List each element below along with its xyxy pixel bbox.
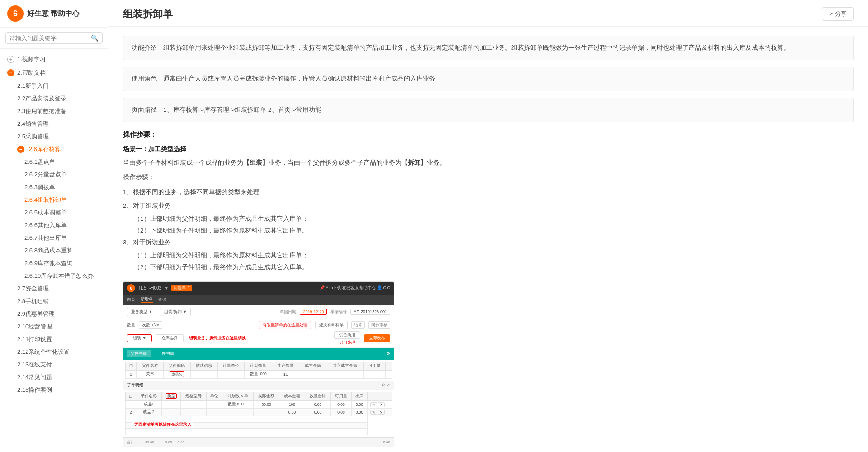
intro-text: 功能介绍：组装拆卸单用来处理企业组装或拆卸等加工业务，支持有固定装配清单的产品加… (132, 44, 790, 51)
mock-sub-th-cost2: 数量合计 (305, 392, 330, 400)
sidebar-item-videos[interactable]: + 1.视频学习 (0, 52, 108, 66)
mock-total-amount2: 0.00 (165, 440, 172, 444)
mock-row-del[interactable]: ✕ (378, 402, 385, 407)
mock-sub-th-more (368, 392, 392, 400)
mock-date-label: 单据日期 (280, 309, 296, 315)
mock-sub-label: 子件明细 (127, 382, 143, 388)
nav-tree: + 1.视频学习 − 2.帮助文档 2.1新手入门 2.2产品安装及登录 2.3… (0, 49, 108, 452)
mock-nav-query[interactable]: 查询 (158, 297, 166, 303)
assemble-step-2: （2）下部明细为子件明细，最终作为原材料生成其它出库单。 (134, 225, 854, 237)
mock-btn-type[interactable]: 组装/拆卸 ▼ (160, 308, 191, 316)
mock-tab-sub[interactable]: 子件明细 (154, 350, 178, 357)
disassemble-step-2: （2）下部明细为子件明细，最终作为产成品生成其它入库单。 (134, 262, 854, 273)
sidebar-item-28[interactable]: 2.8手机旺铺 (0, 295, 108, 308)
mock-btn-save[interactable]: 业务类型 ▼ (127, 308, 156, 316)
mock-th-name: 父件名称 (137, 362, 164, 370)
disassemble-step-1: （1）上部明细为父件明细，最终作为原材料生成其它出库单； (134, 250, 854, 262)
mock-tab-parent[interactable]: 父件明细 (127, 350, 151, 357)
annotation-type-label: 组装业务、拆卸业务在这里切换 (189, 335, 246, 341)
sidebar-item-214[interactable]: 2.14常见问题 (0, 371, 108, 384)
share-button[interactable]: ↗ 分享 (822, 7, 854, 21)
assemble-step-1: （1）上部明细为父件明细，最终作为产成品生成其它入库单； (134, 213, 854, 225)
mock-th-prod: 生产数量 (272, 362, 299, 370)
mock-code-highlight: 成品名 (170, 371, 184, 377)
logo-area: 6 好生意 帮助中心 (0, 0, 108, 28)
mock-nav-new[interactable]: 新增单 (141, 296, 153, 303)
search-input[interactable] (9, 35, 91, 42)
sidebar-item-213[interactable]: 2.13在线支付 (0, 358, 108, 371)
sidebar-item-267[interactable]: 2.6.7其他出库单 (0, 232, 108, 244)
sidebar-item-269[interactable]: 2.6.9库存账本查询 (0, 257, 108, 270)
mock-toolbar: 业务类型 ▼ 组装/拆卸 ▼ 单据日期 2019-12-20 单据编号 AD-2… (123, 305, 394, 319)
sidebar-item-24[interactable]: 2.4销售管理 (0, 118, 108, 130)
mock-td-avail (363, 370, 385, 378)
sidebar: 6 好生意 帮助中心 🔍 + 1.视频学习 − 2.帮助文档 2.1新手入门 2… (0, 0, 108, 452)
mock-stock-select[interactable]: 仓库选择 (156, 334, 184, 342)
mock-dropdown: ▼ (164, 285, 169, 290)
mock-annotation-row: 数量 次数 1/26 有装配清单的在这里处理 还没有叫料单 结算 同步审核 组装… (123, 319, 394, 348)
sidebar-item-23[interactable]: 2.3使用前数据准备 (0, 105, 108, 118)
mock-action1[interactable]: 结算 (351, 321, 365, 329)
sidebar-item-22[interactable]: 2.2产品安装及登录 (0, 92, 108, 105)
mock-sub-th-type: 类型 (161, 392, 180, 400)
sidebar-item-263[interactable]: 2.6.3调拨单 (0, 181, 108, 194)
sidebar-item-265[interactable]: 2.6.5成本调整单 (0, 206, 108, 219)
sidebar-item-266[interactable]: 2.6.6其他入库单 (0, 219, 108, 232)
annotation-has-bom: 有装配清单的在这里处理 (259, 321, 311, 329)
sidebar-item-210[interactable]: 2.10经营管理 (0, 320, 108, 333)
mock-action2[interactable]: 同步审核 (368, 321, 390, 329)
sidebar-item-27[interactable]: 2.7资金管理 (0, 282, 108, 295)
top-bar: 组装拆卸单 ↗ 分享 (108, 0, 868, 27)
mock-bom-btn[interactable]: 还没有叫料单 (315, 321, 348, 329)
mock-sub-th-seq: ☐ (126, 392, 136, 400)
sidebar-item-261[interactable]: 2.6.1盘点单 (0, 156, 108, 168)
sidebar-item-29[interactable]: 2.9优惠券管理 (0, 308, 108, 320)
mock-th-othercost: 其它成本金额 (326, 362, 363, 370)
mock-td-othercost (326, 370, 363, 378)
mock-section-header: 父件明细 子件明细 ⚙ (123, 348, 394, 360)
sidebar-item-25[interactable]: 2.5采购管理 (0, 130, 108, 143)
mock-row-del2[interactable]: ✕ (378, 410, 385, 415)
mock-sub-th-avail: 可用量 (330, 392, 351, 400)
mock-sub-icons: ⚙ ↗ (382, 383, 390, 387)
search-input-wrap[interactable]: 🔍 (5, 32, 103, 44)
mock-type-select[interactable]: 组装 ▼ (127, 334, 152, 342)
mock-lower-table: ☐ 子件名称 类型 规格型号 单位 计划数 × 单 实际金额 成本金额 (125, 392, 392, 436)
sidebar-item-268[interactable]: 2.6.8商品成本重算 (0, 244, 108, 257)
mock-total-label: 合计 (127, 440, 134, 445)
mock-td-prod: 11 (272, 370, 299, 378)
mock-td-plan: 数量1000 (245, 370, 272, 378)
mock-icons-area: 📌 App下载 在线客服 帮助中心 👤 C C (320, 285, 390, 291)
sidebar-item-212[interactable]: 2.12系统个性化设置 (0, 346, 108, 358)
mock-th-actions (385, 362, 392, 370)
sidebar-item-264[interactable]: 2.6.4组装拆卸单 (0, 194, 108, 206)
sidebar-item-26[interactable]: − 2.6库存核算 (0, 143, 108, 156)
main-content: 组装拆卸单 ↗ 分享 功能介绍：组装拆卸单用来处理企业组装或拆卸等加工业务，支持… (108, 0, 868, 452)
sidebar-item-215[interactable]: 2.15操作案例 (0, 384, 108, 396)
ops-title: 操作步骤： (123, 130, 854, 139)
logo-text: 好生意 帮助中心 (27, 9, 80, 19)
sidebar-item-2610[interactable]: 2.6.10库存账本错了怎么办 (0, 270, 108, 282)
mock-nav-home[interactable]: 自页 (127, 297, 135, 303)
step-2: 2、对于组装业务 (123, 200, 854, 212)
sidebar-item-262[interactable]: 2.6.2分量盘点单 (0, 168, 108, 181)
table-row (126, 429, 392, 435)
sidebar-item-211[interactable]: 2.11打印设置 (0, 333, 108, 346)
mock-qty-input: 次数 1/26 (139, 321, 162, 329)
search-icon[interactable]: 🔍 (91, 34, 99, 42)
annotation-no-bom: 无固定清单可以随便在这里录入 (132, 421, 193, 428)
mock-confirm-btn[interactable]: 立即发布 (364, 334, 390, 342)
mock-sub-th-code: 规格型号 (181, 392, 207, 400)
mock-th-seq: ☐ (126, 362, 137, 370)
mock-topbar: 6 TEST-H002 ▼ 问题单-F 📌 App下载 在线客服 帮助中心 👤 … (123, 282, 394, 295)
mock-td-action (385, 370, 392, 378)
mock-row-edit[interactable]: ✎ (370, 402, 377, 407)
mock-th-plan: 计划数量 (245, 362, 272, 370)
step-1: 1、根据不同的业务，选择不同单据的类型来处理 (123, 186, 854, 198)
content-area: 功能介绍：组装拆卸单用来处理企业组装或拆卸等加工业务，支持有固定装配清单的产品加… (108, 27, 868, 452)
role-text: 使用角色：通常由生产人员或库管人员完成拆装业务的操作，库管人员确认原材料的出库和… (132, 75, 435, 82)
mock-row-edit2[interactable]: ✎ (370, 410, 377, 415)
sidebar-item-docs[interactable]: − 2.帮助文档 (0, 66, 108, 80)
expand-icon-docs: − (7, 69, 14, 76)
sidebar-item-21[interactable]: 2.1新手入门 (0, 80, 108, 92)
